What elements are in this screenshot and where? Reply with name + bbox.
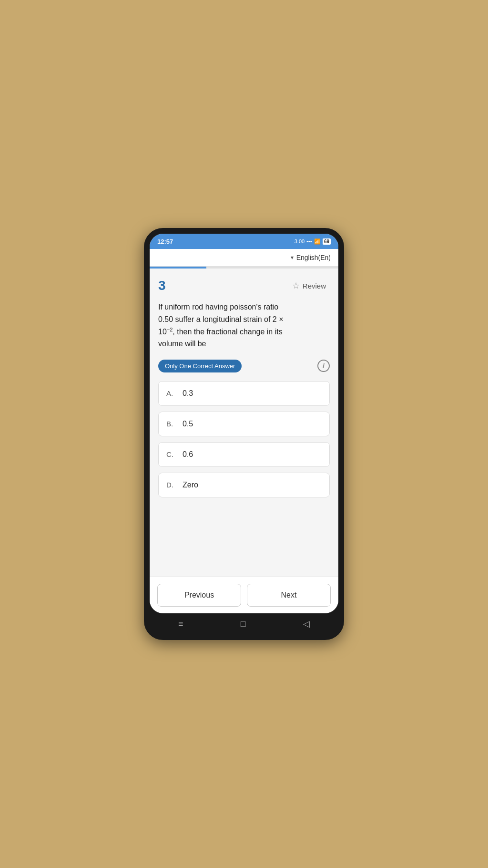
phone-screen: 12:57 3.00 ▪▪▪ 📶 69 ▾ English(En) 3 [150,234,338,613]
option-a-text: 0.3 [183,389,193,398]
options-list: A. 0.3 B. 0.5 C. 0.6 D. Zero [158,381,330,497]
question-line2: 0.50 suffer a longitudinal strain of 2 × [158,315,284,323]
question-line1: If uniform rod having poisson's ratio [158,303,278,311]
option-c[interactable]: C. 0.6 [158,442,330,467]
phone-frame: 12:57 3.00 ▪▪▪ 📶 69 ▾ English(En) 3 [144,228,344,640]
answer-type-row: Only One Correct Answer i [158,360,330,372]
nav-buttons: Previous Next [150,577,338,613]
previous-button[interactable]: Previous [157,584,241,607]
review-button[interactable]: ☆ Review [288,279,330,293]
content-area: 3 ☆ Review If uniform rod having poisson… [150,269,338,577]
top-bar: ▾ English(En) [150,249,338,267]
option-a-label: A. [166,389,176,397]
phone-nav-bar: ≡ □ ◁ [150,613,338,634]
question-header: 3 ☆ Review [158,278,330,293]
star-icon: ☆ [292,280,300,291]
status-bar: 12:57 3.00 ▪▪▪ 📶 69 [150,234,338,249]
option-d-label: D. [166,481,176,489]
recents-icon[interactable]: ≡ [178,619,183,629]
status-icons: 3.00 ▪▪▪ 📶 69 [295,238,331,245]
chevron-down-icon: ▾ [291,254,294,261]
language-label: English(En) [296,254,331,261]
option-c-label: C. [166,450,176,458]
option-b[interactable]: B. 0.5 [158,412,330,436]
info-icon[interactable]: i [317,360,330,372]
back-icon[interactable]: ◁ [303,619,310,629]
info-label: i [323,362,325,370]
question-text: If uniform rod having poisson's ratio 0.… [158,301,330,350]
signal-icon: ▪▪▪ [306,238,312,244]
option-d[interactable]: D. Zero [158,473,330,497]
option-c-text: 0.6 [183,450,193,459]
battery-indicator: 69 [323,238,331,245]
home-icon[interactable]: □ [241,619,246,629]
question-line4: , then the fractional change in its [173,328,282,336]
option-d-text: Zero [183,481,198,489]
question-line5: volume will be [158,340,206,348]
data-speed-text: 3.00 [295,238,305,244]
superscript: −2 [167,326,173,332]
option-a[interactable]: A. 0.3 [158,381,330,406]
status-time: 12:57 [157,238,173,245]
option-b-label: B. [166,420,176,428]
answer-type-badge: Only One Correct Answer [158,360,242,372]
option-b-text: 0.5 [183,420,193,428]
question-line3: 10−2, then the fractional change in its [158,328,283,336]
review-label: Review [303,282,326,290]
question-number: 3 [158,278,166,293]
next-button[interactable]: Next [247,584,331,607]
language-selector[interactable]: ▾ English(En) [291,254,331,261]
wifi-icon: 📶 [314,238,321,245]
